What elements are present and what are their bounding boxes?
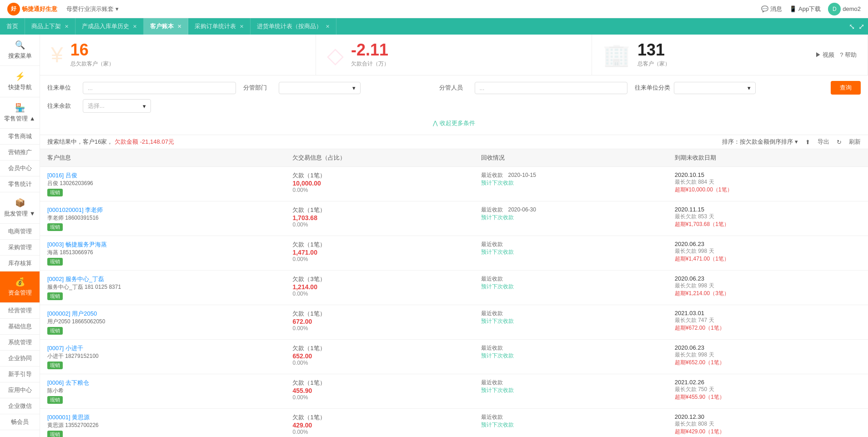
tab-product-history-close[interactable]: ✕ xyxy=(133,24,137,30)
sidebar-item-new-guide[interactable]: 新手引导 xyxy=(0,367,40,382)
customer-name-1[interactable]: 李老师 xyxy=(85,206,103,213)
debt-customers-icon: ¥ xyxy=(51,42,63,67)
person-filter: 分管人员 ... xyxy=(439,82,628,94)
sidebar-item-inventory[interactable]: 库存核算 xyxy=(0,256,40,271)
filter-row-1: 往来单位 ... 分管部门 ▾ 分管人员 ... xyxy=(47,81,861,95)
customer-id-3: [0002] xyxy=(47,276,64,282)
debt-amount-5[interactable]: 652.00 xyxy=(292,352,466,360)
overdue-amount-2[interactable]: 超期¥1,471.00（1笔） xyxy=(675,255,861,263)
overdue-amount-1[interactable]: 超期¥1,703.68（1笔） xyxy=(675,221,861,228)
stat-actions: ▶ 视频 ? 帮助 xyxy=(815,51,857,59)
tab-minimize-icon[interactable]: ⤡ xyxy=(849,22,855,31)
unit-category-select[interactable]: ▾ xyxy=(674,82,756,94)
table-row: [0007] 小进干 小进干 18279152100 现销 欠款（1笔） 652… xyxy=(40,340,868,374)
user-item[interactable]: D demo2 xyxy=(828,3,861,15)
tab-home[interactable]: 首页 xyxy=(0,18,25,35)
sidebar-item-search[interactable]: 🔍 搜索菜单 xyxy=(0,35,40,66)
dept-select[interactable]: ▾ xyxy=(279,82,361,94)
debt-amount-7[interactable]: 429.00 xyxy=(292,422,466,429)
tab-maximize-icon[interactable]: ⤢ xyxy=(858,22,864,31)
sidebar-item-ops[interactable]: 经营管理 xyxy=(0,303,40,319)
refresh-btn[interactable]: 刷新 xyxy=(849,138,861,146)
customer-name-0[interactable]: 吕俊 xyxy=(65,172,77,179)
customer-name-5[interactable]: 小进干 xyxy=(65,345,83,352)
collect-status-cell-4: 最近收款 预计下次收款 xyxy=(474,305,667,340)
sidebar-item-quick-nav[interactable]: ⚡ 快捷导航 xyxy=(0,66,40,97)
sort-select[interactable]: 排序：按欠款金额倒序排序 ▾ xyxy=(722,138,798,146)
retail-mgmt-icon: 🏪 xyxy=(15,103,25,113)
overdue-amount-7[interactable]: 超期¥429.00（1笔） xyxy=(675,428,861,436)
customer-name-7[interactable]: 黄思源 xyxy=(72,414,90,421)
customer-contact-3: 服务中心_丁磊 181 0125 8371 xyxy=(47,283,278,291)
sidebar-item-retail-stats[interactable]: 零售统计 xyxy=(0,176,40,192)
overdue-amount-5[interactable]: 超期¥652.00（1笔） xyxy=(675,359,861,367)
tab-customer-account-close[interactable]: ✕ xyxy=(177,24,181,30)
tab-purchase-stats-close[interactable]: ✕ xyxy=(326,24,330,30)
tab-product-history[interactable]: 产成品入库单历史 ✕ xyxy=(75,18,144,35)
tab-product-shelf[interactable]: 商品上下架 ✕ xyxy=(25,18,75,35)
tab-product-shelf-close[interactable]: ✕ xyxy=(65,24,69,30)
customer-name-4[interactable]: 用户2050 xyxy=(72,310,97,317)
sidebar-item-retail-store[interactable]: 零售商城 xyxy=(0,129,40,145)
sidebar-retail-store-label: 零售商城 xyxy=(8,133,32,140)
sidebar-item-retail-mgmt[interactable]: 🏪 零售管理 ▲ xyxy=(0,97,40,129)
sidebar-item-purchase[interactable]: 采购管理 xyxy=(0,240,40,256)
sidebar-ecom-label: 电商管理 xyxy=(8,228,32,235)
overdue-amount-3[interactable]: 超期¥1,214.00（3笔） xyxy=(675,290,861,297)
message-item[interactable]: 💬 消息 xyxy=(761,5,782,13)
logo[interactable]: 好 畅捷通好生意 xyxy=(7,3,57,15)
message-label: 消息 xyxy=(770,5,782,13)
overdue-amount-0[interactable]: 超期¥10,000.00（1笔） xyxy=(675,186,861,194)
debt-count-5: 欠款（1笔） xyxy=(292,344,466,352)
overdue-cell-7: 2020.12.30 最长欠款 808 天 超期¥429.00（1笔） xyxy=(667,409,868,437)
tab-purchase-stats[interactable]: 进货单统计表（按商品） ✕ xyxy=(251,18,336,35)
store-selector[interactable]: 母婴行业演示账套 ▾ xyxy=(66,5,119,13)
person-input[interactable]: ... xyxy=(475,82,628,94)
app-download-item[interactable]: 📱 App下载 xyxy=(789,5,821,13)
stat-debt-amount: ◇ -2.11 欠款合计（万） xyxy=(316,35,592,75)
customer-name-6[interactable]: 去下粮仓 xyxy=(65,379,89,386)
sidebar-item-app-center[interactable]: 应用中心 xyxy=(0,382,40,398)
message-icon: 💬 xyxy=(761,5,768,12)
sidebar-item-enterprise-wx[interactable]: 企业微信 xyxy=(0,398,40,414)
remaining-select[interactable]: 选择... ▾ xyxy=(83,99,151,113)
sidebar-item-member[interactable]: 会员中心 xyxy=(0,161,40,176)
debt-info-cell-6: 欠款（1笔） 455.90 0.00% xyxy=(285,374,473,409)
tab-customer-account[interactable]: 客户账本 ✕ xyxy=(144,18,188,35)
debt-amount-0[interactable]: 10,000.00 xyxy=(292,180,466,187)
debt-amount-4[interactable]: 672.00 xyxy=(292,318,466,325)
search-button[interactable]: 查询 xyxy=(831,81,861,95)
overdue-cell-6: 2021.02.26 最长欠款 750 天 超期¥455.90（1笔） xyxy=(667,374,868,409)
sidebar-item-batch-mgmt[interactable]: 📦 批发管理 ▼ xyxy=(0,192,40,224)
debt-amount-3[interactable]: 1,214.00 xyxy=(292,283,466,291)
tab-purchase-order[interactable]: 采购订单统计表 ✕ xyxy=(188,18,251,35)
overdue-amount-4[interactable]: 超期¥672.00（1笔） xyxy=(675,324,861,332)
customer-info-cell-3: [0002] 服务中心_丁磊 服务中心_丁磊 181 0125 8371 现销 xyxy=(40,271,285,305)
sidebar-item-system[interactable]: 系统管理 xyxy=(0,335,40,351)
overdue-cell-5: 2020.06.23 最长欠款 998 天 超期¥652.00（1笔） xyxy=(667,340,868,374)
sidebar-item-ecom[interactable]: 电商管理 xyxy=(0,224,40,240)
tab-product-shelf-label: 商品上下架 xyxy=(31,22,61,30)
overdue-amount-6[interactable]: 超期¥455.90（1笔） xyxy=(675,393,861,401)
debt-amount-2[interactable]: 1,471.00 xyxy=(292,249,466,256)
export-btn[interactable]: 导出 xyxy=(818,138,829,146)
debt-amount-1[interactable]: 1,703.68 xyxy=(292,214,466,221)
sidebar-item-basic[interactable]: 基础信息 xyxy=(0,319,40,335)
next-collect-1: 预计下次收款 xyxy=(481,214,660,221)
video-btn[interactable]: ▶ 视频 xyxy=(815,51,835,59)
debt-amount-6[interactable]: 455.90 xyxy=(292,387,466,394)
sidebar-item-enterprise[interactable]: 企业协同 xyxy=(0,351,40,367)
customer-name-2[interactable]: 畅捷服务尹海蒸 xyxy=(65,241,107,248)
collapse-btn[interactable]: ⋀ 收起更多条件 xyxy=(47,117,861,129)
customer-name-3[interactable]: 服务中心_丁磊 xyxy=(65,276,104,282)
sidebar-item-vip[interactable]: 畅会员 xyxy=(0,414,40,430)
debt-percent-1: 0.00% xyxy=(292,221,466,228)
help-btn[interactable]: ? 帮助 xyxy=(840,51,857,59)
sidebar-item-capital[interactable]: 💰 资金管理 xyxy=(0,271,40,303)
collect-status-cell-6: 最近收款 预计下次收款 xyxy=(474,374,667,409)
from-unit-input[interactable]: ... xyxy=(83,82,236,94)
last-collect-0: 最近收款 2020-10-15 xyxy=(481,171,660,179)
sidebar-item-marketing[interactable]: 营销推广 xyxy=(0,145,40,161)
tab-purchase-order-close[interactable]: ✕ xyxy=(240,24,244,30)
customer-contact-1: 李老师 18600391516 xyxy=(47,214,278,222)
